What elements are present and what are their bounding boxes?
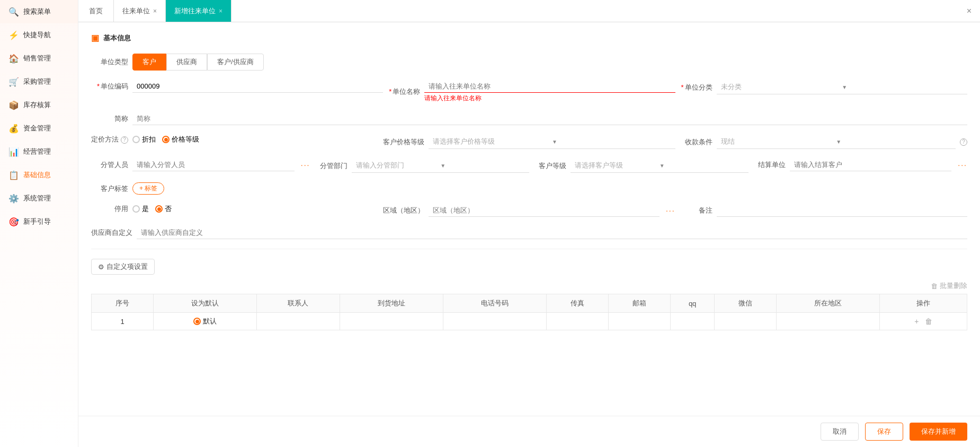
department-select[interactable]: 请输入分管部门 ▼: [352, 159, 530, 173]
customer-price-select[interactable]: 请选择客户价格等级 ▼: [429, 135, 675, 149]
radio-outer-no: [155, 205, 163, 213]
sidebar-label-basic: 基础信息: [23, 170, 51, 180]
unit-code-input[interactable]: [132, 80, 383, 93]
unit-name-wrap: 请输入往来单位名称: [424, 80, 675, 103]
abbr-row: 简称: [91, 112, 967, 125]
abbr-input[interactable]: [132, 112, 967, 125]
sidebar-item-quicknav[interactable]: ⚡ 快捷导航: [0, 23, 78, 47]
default-radio[interactable]: 默认: [157, 317, 253, 326]
sidebar-item-purchase[interactable]: 🛒 采购管理: [0, 70, 78, 93]
unit-type-label: 单位类型: [91, 57, 128, 67]
close-all-button[interactable]: ×: [967, 6, 972, 16]
manager-field: 分管人员 ···: [91, 159, 310, 171]
chevron-down-payment: ▼: [836, 139, 951, 145]
radio-inner-grade: [164, 138, 168, 142]
type-btn-supplier[interactable]: 供应商: [166, 54, 207, 71]
sidebar-item-finance[interactable]: 💰 资金管理: [0, 117, 78, 140]
unit-category-field: *单位分类 未分类 ▼: [675, 80, 967, 94]
cancel-button[interactable]: 取消: [821, 423, 859, 441]
section-title-text: 基本信息: [103, 33, 131, 43]
contacts-table: 序号 设为默认 联系人 到货地址 电话号码 传真 邮箱 qq 微信 所在地区 操…: [91, 294, 967, 330]
save-button[interactable]: 保存: [865, 423, 903, 441]
cell-action: + 🗑: [880, 313, 967, 330]
col-qq: qq: [671, 294, 715, 313]
unit-name-input[interactable]: [424, 80, 675, 93]
sidebar-item-sales[interactable]: 🏠 销售管理: [0, 47, 78, 70]
col-region: 所在地区: [777, 294, 880, 313]
col-fax: 传真: [547, 294, 609, 313]
radio-yes[interactable]: 是: [132, 204, 149, 214]
guide-icon: 🎯: [8, 216, 19, 227]
radio-no[interactable]: 否: [155, 204, 172, 214]
tab-new-partner-close[interactable]: ×: [219, 7, 222, 15]
row-delete-button[interactable]: 🗑: [923, 316, 934, 327]
note-label: 备注: [675, 206, 712, 215]
settlement-input[interactable]: [790, 159, 952, 171]
basic-icon: 📋: [8, 170, 19, 180]
manager-more-icon[interactable]: ···: [301, 161, 310, 169]
sidebar-label-guide: 新手引导: [23, 217, 51, 226]
tab-partner-close[interactable]: ×: [153, 7, 157, 15]
manager-row: 分管人员 ··· 分管部门 请输入分管部门 ▼ 客户等级 请选择客户等级 ▼ 结…: [91, 159, 967, 173]
col-default: 设为默认: [154, 294, 257, 313]
supplier-custom-input[interactable]: [137, 226, 967, 239]
tab-home[interactable]: 首页: [78, 0, 114, 22]
manager-input[interactable]: [132, 159, 295, 171]
inventory-icon: 📦: [8, 100, 19, 110]
disable-field: 停用 是 否: [91, 204, 383, 214]
region-more-icon[interactable]: ···: [666, 206, 675, 215]
sidebar-item-guide[interactable]: 🎯 新手引导: [0, 210, 78, 233]
department-field: 分管部门 请输入分管部门 ▼: [310, 159, 530, 173]
supplier-custom-row: 供应商自定义: [91, 226, 967, 239]
unit-type-row: 单位类型 客户 供应商 客户/供应商: [91, 54, 967, 71]
cell-no: 1: [92, 313, 154, 330]
radio-inner-default: [195, 320, 199, 323]
chevron-down-icon: ▼: [842, 84, 963, 90]
unit-name-field: *单位名称 请输入往来单位名称: [383, 80, 675, 103]
col-action: 操作: [880, 294, 967, 313]
customer-level-select[interactable]: 请选择客户等级 ▼: [571, 159, 749, 173]
unit-code-field: *单位编码: [91, 80, 383, 93]
save-new-button[interactable]: 保存并新增: [910, 423, 967, 441]
customer-level-field: 客户等级 请选择客户等级 ▼: [529, 159, 749, 173]
radio-outer-default: [193, 318, 201, 325]
payment-terms-select[interactable]: 现结 ▼: [717, 135, 956, 149]
cell-wechat: [714, 313, 776, 330]
sidebar-item-operations[interactable]: 📊 经营管理: [0, 140, 78, 163]
radio-outer-yes: [132, 205, 140, 213]
tab-partner[interactable]: 往来单位 ×: [114, 0, 166, 22]
sidebar-item-system[interactable]: ⚙️ 系统管理: [0, 187, 78, 210]
settlement-field: 结算单位 ···: [749, 159, 968, 171]
chevron-down-dept: ▼: [440, 163, 525, 169]
row-add-button[interactable]: +: [912, 316, 921, 327]
tab-new-partner[interactable]: 新增往来单位 ×: [166, 0, 231, 22]
radio-discount[interactable]: 折扣: [132, 135, 156, 144]
sidebar-item-inventory[interactable]: 📦 库存核算: [0, 93, 78, 117]
type-btn-both[interactable]: 客户/供应商: [207, 54, 264, 71]
form-divider: [91, 249, 967, 249]
settlement-label: 结算单位: [749, 160, 786, 170]
radio-grade[interactable]: 价格等级: [162, 135, 199, 144]
region-field: 区域（地区） ···: [383, 204, 675, 217]
note-input[interactable]: [717, 204, 967, 217]
col-wechat: 微信: [714, 294, 776, 313]
radio-outer-grade: [162, 136, 170, 143]
unit-type-btn-group: 客户 供应商 客户/供应商: [132, 54, 264, 71]
pricing-help-icon[interactable]: ?: [121, 136, 128, 144]
sidebar-item-search[interactable]: 🔍 搜索菜单: [0, 0, 78, 23]
cell-region: [777, 313, 880, 330]
settlement-more-icon[interactable]: ···: [958, 161, 967, 169]
custom-settings-button[interactable]: ⚙ 自定义项设置: [91, 259, 155, 275]
type-btn-customer[interactable]: 客户: [132, 54, 166, 71]
payment-help-icon[interactable]: ?: [960, 138, 967, 146]
section-title: ▣ 基本信息: [91, 33, 967, 43]
radio-outer-discount: [132, 136, 140, 143]
batch-delete-button[interactable]: 🗑 批量删除: [91, 281, 967, 291]
unit-name-label: *单位名称: [383, 87, 420, 97]
department-label: 分管部门: [310, 161, 348, 171]
tags-field: 客户标签 + 标签: [91, 182, 967, 195]
unit-category-select[interactable]: 未分类 ▼: [717, 80, 967, 94]
region-input[interactable]: [429, 204, 660, 217]
sidebar-item-basic[interactable]: 📋 基础信息: [0, 163, 78, 187]
add-tag-button[interactable]: + 标签: [132, 182, 164, 195]
